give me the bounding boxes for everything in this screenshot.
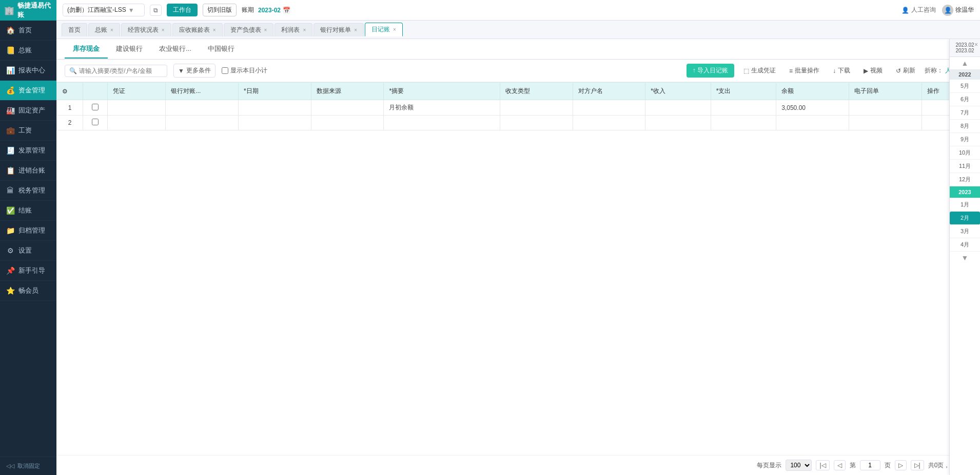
refresh-button[interactable]: ↺ 刷新 xyxy=(892,64,919,77)
tab-receivable[interactable]: 应收账龄表× xyxy=(172,23,223,36)
tab-label: 银行对账单 xyxy=(320,26,351,34)
next-page-button[interactable]: ▷ xyxy=(895,460,907,470)
import-button[interactable]: ↑ 导入日记账 xyxy=(687,64,734,78)
sidebar-item-purchase[interactable]: 📋进销台账 xyxy=(0,161,56,181)
calendar-month-2022-11月[interactable]: 11月 xyxy=(950,160,980,173)
calendar-month-2022-6月[interactable]: 6月 xyxy=(950,93,980,106)
calendar-month-2022-9月[interactable]: 9月 xyxy=(950,133,980,146)
company-copy-button[interactable]: ⧉ xyxy=(150,5,162,16)
voucher-button[interactable]: ⬚ 生成凭证 xyxy=(739,64,780,77)
page-suffix: 页 xyxy=(885,461,891,470)
sub-tab-jianshe[interactable]: 建设银行 xyxy=(108,40,151,59)
sidebar-item-member[interactable]: ⭐畅会员 xyxy=(0,281,56,301)
sidebar-item-settings[interactable]: ⚙设置 xyxy=(0,241,56,261)
toolbar-right: ↑ 导入日记账 ⬚ 生成凭证 ≡ 批量操作 ↓ 下载 ▶ 视频 xyxy=(687,64,972,78)
download-button[interactable]: ↓ 下载 xyxy=(829,64,854,77)
sidebar-item-reports[interactable]: 📊报表中心 xyxy=(0,61,56,81)
calendar-close-button[interactable]: × xyxy=(974,41,978,48)
calendar-month-2022-7月[interactable]: 7月 xyxy=(950,106,980,120)
tab-label: 资产负债表 xyxy=(230,26,261,34)
sidebar-item-cashflow[interactable]: 💰资金管理 xyxy=(0,81,56,101)
daily-total-checkbox[interactable] xyxy=(222,67,228,74)
td-checkbox[interactable] xyxy=(83,116,107,130)
sidebar-item-ledger[interactable]: 📒总账 xyxy=(0,41,56,61)
tab-home[interactable]: 首页 xyxy=(62,23,87,36)
reports-icon: 📊 xyxy=(6,66,14,74)
sidebar-item-label: 进销台账 xyxy=(18,166,45,175)
page-input[interactable] xyxy=(860,460,880,470)
prev-page-button[interactable]: ◁ xyxy=(834,460,846,470)
tab-ledger[interactable]: 总账× xyxy=(88,23,120,36)
row-checkbox-1[interactable] xyxy=(92,119,99,125)
company-name: (勿删）江西融宝-LSS xyxy=(67,6,126,14)
th-counterpart: 对方户名 xyxy=(573,83,645,100)
tab-close-bank-stmt[interactable]: × xyxy=(354,27,357,33)
tab-close-daily-ledger[interactable]: × xyxy=(393,27,396,32)
calendar-month-2023-4月[interactable]: 4月 xyxy=(950,238,980,252)
sidebar-item-label: 总账 xyxy=(18,46,32,55)
tab-daily-ledger[interactable]: 日记账× xyxy=(365,23,403,36)
search-input[interactable] xyxy=(79,67,161,74)
period-calendar-icon[interactable]: 📅 xyxy=(283,7,290,14)
calendar-month-2022-5月[interactable]: 5月 xyxy=(950,80,980,93)
sidebar-footer-unpin[interactable]: ◁◁ 取消固定 xyxy=(0,457,56,475)
user-menu[interactable]: 👤 徐温华 xyxy=(942,5,974,16)
video-button[interactable]: ▶ 视频 xyxy=(859,64,887,77)
calendar-header: 2023.02 2023.02 × xyxy=(950,39,980,57)
search-box[interactable]: 🔍 xyxy=(65,65,167,77)
sidebar-item-tax[interactable]: 🏛税务管理 xyxy=(0,181,56,201)
td-settings: 1 xyxy=(57,100,83,116)
sidebar-footer-label: 取消固定 xyxy=(17,462,40,470)
tab-close-assets-liab[interactable]: × xyxy=(264,27,267,33)
batch-button[interactable]: ≡ 批量操作 xyxy=(785,64,824,77)
td-date xyxy=(239,116,311,130)
workbench-button[interactable]: 工作台 xyxy=(167,4,198,16)
last-page-button[interactable]: ▷| xyxy=(911,460,924,470)
tab-biz-status[interactable]: 经营状况表× xyxy=(121,23,171,36)
sidebar-item-salary[interactable]: 💼工资 xyxy=(0,121,56,141)
sidebar-item-label: 资金管理 xyxy=(18,86,45,95)
td-income-type xyxy=(500,116,573,130)
sidebar-item-archive[interactable]: 📁归档管理 xyxy=(0,221,56,241)
sidebar-item-guide[interactable]: 📌新手引导 xyxy=(0,261,56,281)
tab-bar: 首页总账×经营状况表×应收账龄表×资产负债表×利润表×银行对账单×日记账× xyxy=(56,21,980,39)
sidebar-item-label: 税务管理 xyxy=(18,186,45,195)
tab-close-biz-status[interactable]: × xyxy=(162,27,165,33)
sub-tab-zhongguo[interactable]: 中国银行 xyxy=(200,40,243,59)
td-bank-account xyxy=(166,116,239,130)
sidebar-item-assets[interactable]: 🏭固定资产 xyxy=(0,101,56,121)
sidebar-item-home[interactable]: 🏠首页 xyxy=(0,21,56,41)
period-value: 2023-02 xyxy=(258,7,281,14)
td-checkbox[interactable] xyxy=(83,100,107,116)
sub-tab-nongye[interactable]: 农业银行... xyxy=(151,40,200,59)
sidebar-item-invoice[interactable]: 🧾发票管理 xyxy=(0,141,56,161)
sub-tab-cash[interactable]: 库存现金 xyxy=(65,40,108,59)
tab-close-ledger[interactable]: × xyxy=(110,27,113,33)
company-selector[interactable]: (勿删）江西融宝-LSS ▼ xyxy=(63,4,145,16)
calendar-month-2022-8月[interactable]: 8月 xyxy=(950,120,980,133)
filter-button[interactable]: ▼ 更多条件 xyxy=(173,64,215,78)
pin-icon: ◁◁ xyxy=(6,463,14,469)
tab-close-receivable[interactable]: × xyxy=(213,27,216,33)
calendar-month-2022-10月[interactable]: 10月 xyxy=(950,146,980,160)
calendar-month-2023-1月[interactable]: 1月 xyxy=(950,198,980,212)
calendar-scroll-up[interactable]: ▲ xyxy=(950,57,980,69)
td-date xyxy=(239,100,311,116)
calendar-body: 20225月6月7月8月9月10月11月12月20231月2月3月4月 xyxy=(950,69,980,252)
calendar-scroll-down[interactable]: ▼ xyxy=(950,252,980,264)
per-page-select[interactable]: 50100200 xyxy=(786,460,812,471)
sidebar-item-settle[interactable]: ✅结账 xyxy=(0,201,56,221)
calendar-month-2022-12月[interactable]: 12月 xyxy=(950,173,980,186)
support-button[interactable]: 👤 人工咨询 xyxy=(901,6,936,14)
tab-close-profit[interactable]: × xyxy=(303,27,306,33)
tab-assets-liab[interactable]: 资产负债表× xyxy=(224,23,274,36)
calendar-month-2023-3月[interactable]: 3月 xyxy=(950,225,980,238)
tab-profit[interactable]: 利润表× xyxy=(275,23,312,36)
daily-total-checkbox-label[interactable]: 显示本日小计 xyxy=(222,66,267,75)
tab-bank-stmt[interactable]: 银行对账单× xyxy=(313,23,364,36)
switch-old-button[interactable]: 切到旧版 xyxy=(203,4,237,16)
row-checkbox-0[interactable] xyxy=(92,104,99,110)
calendar-month-2023-2月[interactable]: 2月 xyxy=(950,212,980,225)
first-page-button[interactable]: |◁ xyxy=(816,460,829,470)
tab-label: 首页 xyxy=(68,26,81,34)
